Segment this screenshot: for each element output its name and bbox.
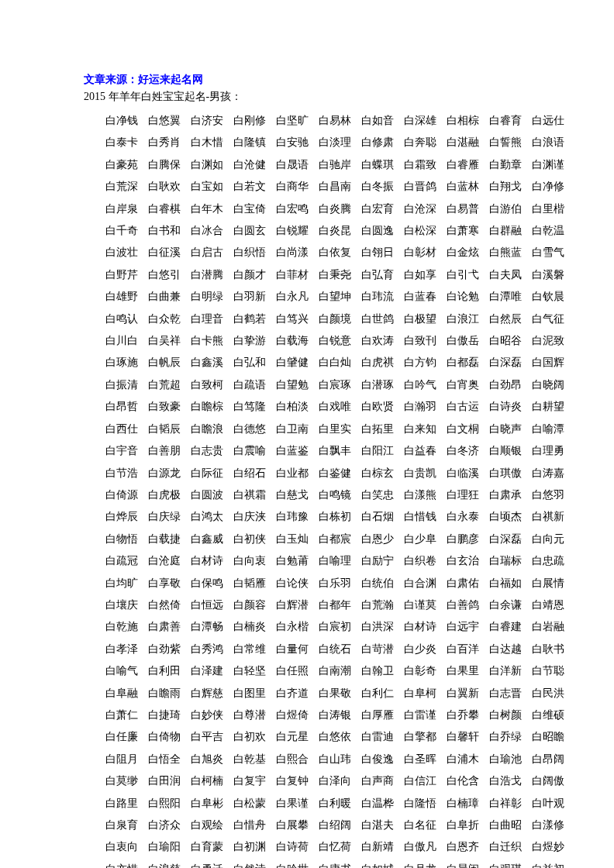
name-item: 白名征 — [404, 815, 436, 836]
name-item: 白颜才 — [233, 264, 266, 286]
name-item: 白颜容 — [233, 594, 266, 616]
name-item: 白年木 — [191, 198, 223, 220]
name-item: 白远宇 — [447, 616, 479, 638]
name-item: 白论勉 — [447, 286, 479, 308]
name-item: 白耿书 — [532, 639, 564, 660]
name-item: 白源龙 — [148, 463, 181, 484]
name-item: 白晓阔 — [532, 374, 564, 396]
name-item: 白鹏彦 — [447, 529, 479, 550]
male-name-row: 白昂哲白致豪白瞻棕白笃隆白柏淡白戏唯白欧贤白瀚羽白古运白诗炎白耕望 — [105, 396, 544, 418]
name-item: 白彰奇 — [404, 660, 436, 682]
name-item: 白初渊 — [233, 836, 266, 858]
name-item: 白琢施 — [105, 352, 138, 374]
name-item: 白温桦 — [361, 793, 394, 815]
name-item: 白树颜 — [489, 704, 522, 726]
name-item: 白锐耀 — [276, 220, 309, 242]
name-item: 白悟全 — [148, 749, 181, 770]
name-item: 白古运 — [447, 396, 479, 418]
name-item: 白炎腾 — [319, 198, 351, 220]
name-item: 白维硕 — [532, 704, 564, 726]
name-item: 白永楷 — [276, 616, 309, 638]
name-item: 白方钧 — [404, 352, 436, 374]
name-item: 白极望 — [404, 308, 436, 330]
name-item: 白虎极 — [148, 484, 181, 506]
name-item: 白然倚 — [148, 594, 181, 616]
name-item: 白鸿太 — [191, 506, 223, 528]
name-item: 白熙合 — [276, 749, 309, 770]
name-item: 白乾基 — [233, 749, 266, 770]
name-item: 白韬辰 — [148, 418, 181, 440]
name-item: 白南潮 — [319, 660, 351, 682]
name-item: 白喻气 — [105, 660, 138, 682]
name-item: 白琪傲 — [489, 463, 522, 484]
male-name-row: 白倚源白虎极白圆波白祺霜白慈戈白鸣镜白笑忠白漾熊白理狂白肃承白悠羽 — [105, 484, 544, 506]
name-item: 白睿棋 — [148, 198, 181, 220]
name-item: 白萧仁 — [105, 704, 138, 726]
name-item: 白劲紫 — [148, 639, 181, 660]
name-item: 白拓里 — [361, 418, 394, 440]
male-name-row: 白孝泽白劲紫白秀鸿白常维白量何白统石白苛潜白少炎白百洋白达越白耿书 — [105, 639, 544, 660]
name-item: 白载海 — [276, 330, 309, 352]
name-item: 白曲昭 — [489, 815, 522, 836]
name-item: 白利暖 — [319, 793, 351, 815]
name-item: 白田润 — [148, 770, 181, 792]
name-item: 白群融 — [489, 220, 522, 242]
name-item: 白玮流 — [361, 286, 394, 308]
name-item: 白菲材 — [276, 264, 309, 286]
name-item: 白初欢 — [233, 726, 266, 748]
name-item: 白蓝林 — [447, 176, 479, 198]
name-item: 白乾施 — [105, 616, 138, 638]
name-item: 白悠羽 — [532, 484, 564, 506]
name-item: 白栋初 — [319, 506, 351, 528]
name-item: 白恒远 — [191, 594, 223, 616]
name-item: 白向衷 — [233, 550, 266, 572]
name-item: 白叶观 — [532, 793, 564, 815]
name-item: 白圆波 — [191, 484, 223, 506]
name-item: 白睿育 — [489, 110, 522, 132]
name-item: 白致柯 — [191, 374, 223, 396]
name-item: 白潜腾 — [191, 264, 223, 286]
name-item: 白韬雁 — [233, 573, 266, 594]
name-item: 白煜倚 — [276, 704, 309, 726]
name-item: 白励宁 — [361, 550, 394, 572]
name-item: 白荒深 — [105, 176, 138, 198]
name-item: 白若文 — [233, 176, 266, 198]
name-item: 白冬振 — [361, 176, 394, 198]
name-item: 白瞻浪 — [191, 418, 223, 440]
name-item: 白圆玄 — [233, 220, 266, 242]
name-item: 白浪慈 — [148, 859, 181, 868]
name-item: 白享敬 — [148, 573, 181, 594]
name-item: 白飘丰 — [319, 440, 351, 462]
name-item: 白永凡 — [276, 286, 309, 308]
name-item: 白鉴健 — [319, 463, 351, 484]
name-item: 白喻潭 — [532, 418, 564, 440]
name-item: 白果里 — [447, 660, 479, 682]
name-item: 白渊谨 — [532, 154, 564, 176]
name-item: 白妙侠 — [191, 704, 223, 726]
name-item: 白百洋 — [447, 639, 479, 660]
name-item: 白隆悟 — [404, 793, 436, 815]
name-item: 白漾修 — [532, 815, 564, 836]
male-name-row: 白阻月白悟全白旭炎白乾基白熙合白山玮白俊逸白圣晖白浦木白瑜池白昂阔 — [105, 749, 544, 770]
male-name-row: 白任廉白倚物白平吉白初欢白元星白悠依白雷迪白擎都白馨轩白乔绿白昭瞻 — [105, 726, 544, 748]
name-item: 白卡熊 — [191, 330, 223, 352]
name-item: 白宏鸣 — [276, 198, 309, 220]
name-item: 白辉潜 — [276, 594, 309, 616]
name-item: 白诗炎 — [489, 396, 522, 418]
name-item: 白新靖 — [361, 836, 394, 858]
name-item: 白吴祥 — [148, 330, 181, 352]
name-item: 白笃隆 — [233, 396, 266, 418]
name-item: 白顺银 — [489, 440, 522, 462]
name-item: 白益春 — [404, 440, 436, 462]
name-item: 白统伯 — [361, 573, 394, 594]
name-item: 白煜妙 — [532, 836, 564, 858]
name-item: 白启古 — [191, 242, 223, 264]
name-item: 白欢涛 — [361, 330, 394, 352]
name-item: 白气征 — [532, 308, 564, 330]
name-item: 白雷迪 — [361, 726, 394, 748]
name-item: 白净钱 — [105, 110, 138, 132]
name-item: 白少炎 — [404, 639, 436, 660]
name-item: 白钦晨 — [532, 286, 564, 308]
name-item: 白浪语 — [532, 132, 564, 153]
name-item: 白刚修 — [233, 110, 266, 132]
